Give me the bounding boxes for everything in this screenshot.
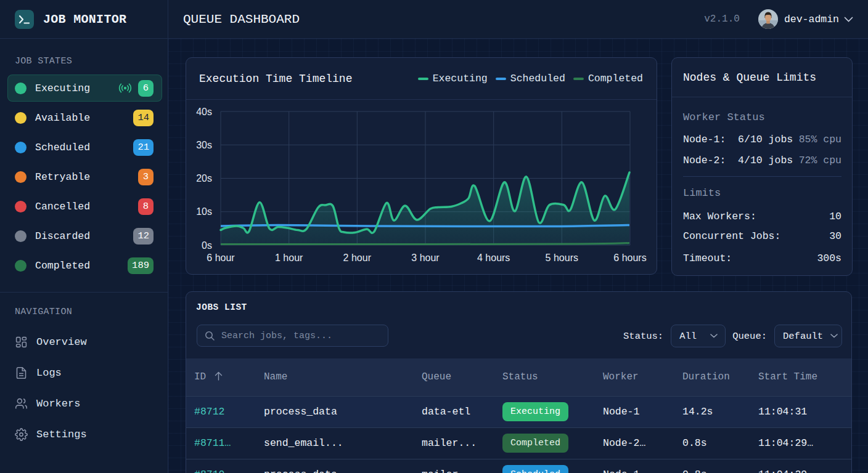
svg-text:1 hour: 1 hour (275, 253, 303, 263)
svg-text:4 hours: 4 hours (477, 253, 510, 263)
svg-text:6 hour: 6 hour (207, 253, 235, 263)
svg-text:10s: 10s (196, 206, 212, 217)
svg-text:5 hours: 5 hours (546, 253, 578, 263)
svg-text:6 hours: 6 hours (613, 253, 646, 263)
svg-text:0s: 0s (202, 240, 212, 251)
svg-text:40s: 40s (196, 107, 212, 117)
svg-text:2 hour: 2 hour (343, 253, 372, 263)
svg-text:3 hour: 3 hour (411, 253, 440, 263)
svg-text:20s: 20s (196, 173, 212, 184)
svg-text:30s: 30s (196, 140, 212, 150)
